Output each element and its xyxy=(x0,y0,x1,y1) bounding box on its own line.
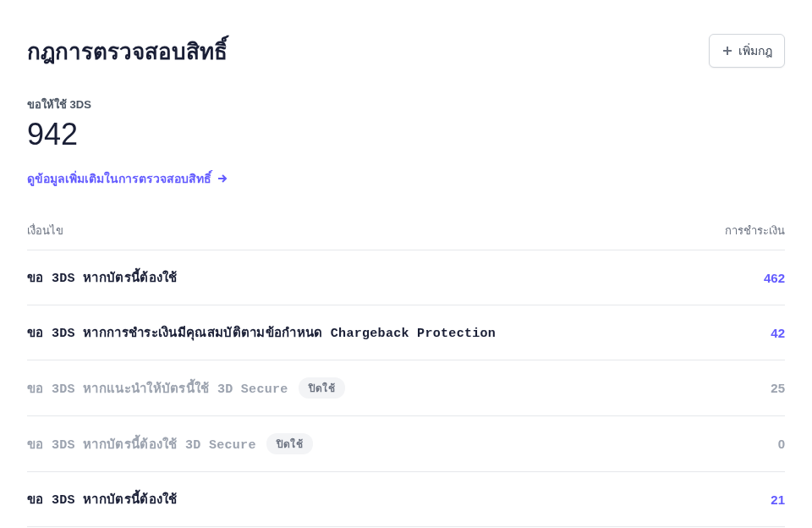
table-row[interactable]: ขอ 3DS หากแนะนำให้บัตรนี้ใช้ 3D Secureปิ… xyxy=(27,360,785,416)
row-value: 462 xyxy=(764,271,785,285)
row-condition: ขอ 3DS หากบัตรนี้ต้องใช้ 3D Secureปิดใช้ xyxy=(27,433,313,454)
table-row[interactable]: ขอ 3DS หากบัตรนี้ต้องใช้ 3D Secureปิดใช้… xyxy=(27,416,785,472)
row-value: 0 xyxy=(778,437,785,451)
add-button-label: เพิ่มกฎ xyxy=(738,41,772,60)
table-row[interactable]: ขอ 3DS หากบัตรนี้ต้องใช้462 xyxy=(27,250,785,305)
condition-text: ขอ 3DS หากบัตรนี้ต้องใช้ xyxy=(27,267,178,288)
row-condition: ขอ 3DS หากการชำระเงินมีคุณสมบัติตามข้อกำ… xyxy=(27,322,496,343)
row-condition: ขอ 3DS หากบัตรนี้ต้องใช้ xyxy=(27,489,178,509)
row-condition: ขอ 3DS หากแนะนำให้บัตรนี้ใช้ 3D Secureปิ… xyxy=(27,377,345,399)
arrow-right-icon xyxy=(217,173,228,184)
rules-table: เงื่อนไข การชำระเงิน ขอ 3DS หากบัตรนี้ต้… xyxy=(27,222,785,527)
page-title: กฎการตรวจสอบสิทธิ์ xyxy=(27,34,228,69)
table-body: ขอ 3DS หากบัตรนี้ต้องใช้462ขอ 3DS หากการ… xyxy=(27,250,785,527)
disabled-badge: ปิดใช้ xyxy=(266,433,313,454)
column-payments: การชำระเงิน xyxy=(725,222,785,239)
condition-text: ขอ 3DS หากบัตรนี้ต้องใช้ 3D Secure xyxy=(27,434,256,454)
condition-text: ขอ 3DS หากการชำระเงินมีคุณสมบัติตามข้อกำ… xyxy=(27,322,496,343)
condition-text: ขอ 3DS หากบัตรนี้ต้องใช้ xyxy=(27,489,178,509)
table-header: เงื่อนไข การชำระเงิน xyxy=(27,222,785,250)
table-row[interactable]: ขอ 3DS หากการชำระเงินมีคุณสมบัติตามข้อกำ… xyxy=(27,305,785,360)
stat-value: 942 xyxy=(27,117,785,152)
more-link-label: ดูข้อมูลเพิ่มเติมในการตรวจสอบสิทธิ์ xyxy=(27,169,211,188)
row-value: 42 xyxy=(771,326,785,340)
table-row[interactable]: ขอ 3DS หากบัตรนี้ต้องใช้21 xyxy=(27,472,785,527)
row-value: 25 xyxy=(771,381,785,395)
disabled-badge: ปิดใช้ xyxy=(299,377,345,399)
plus-icon xyxy=(721,45,733,57)
more-info-link[interactable]: ดูข้อมูลเพิ่มเติมในการตรวจสอบสิทธิ์ xyxy=(27,169,228,188)
condition-text: ขอ 3DS หากแนะนำให้บัตรนี้ใช้ 3D Secure xyxy=(27,378,288,399)
row-condition: ขอ 3DS หากบัตรนี้ต้องใช้ xyxy=(27,267,178,288)
page-header: กฎการตรวจสอบสิทธิ์ เพิ่มกฎ xyxy=(27,34,785,69)
stat-label: ขอให้ใช้ 3DS xyxy=(27,96,785,113)
add-rule-button[interactable]: เพิ่มกฎ xyxy=(709,34,785,68)
row-value: 21 xyxy=(771,492,785,507)
stat-section: ขอให้ใช้ 3DS 942 xyxy=(27,96,785,152)
column-condition: เงื่อนไข xyxy=(27,222,63,239)
